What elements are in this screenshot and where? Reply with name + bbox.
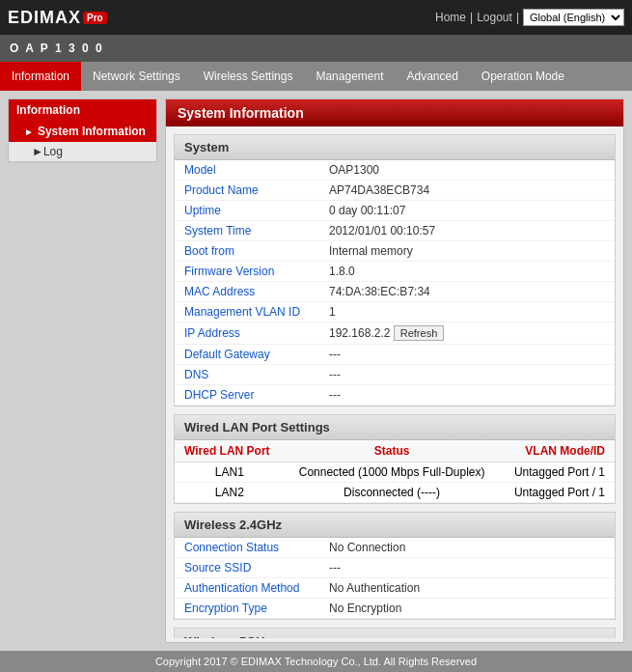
sidebar-item-log[interactable]: ► Log — [9, 142, 156, 161]
table-row: Authentication Method No Authentication — [175, 578, 615, 599]
table-row: Source SSID --- — [175, 558, 615, 578]
wireless-24-title: Wireless 2.4GHz — [184, 518, 282, 532]
lan2-port: LAN2 — [175, 483, 285, 503]
logo-pro-badge: Pro — [83, 12, 107, 24]
field-label-dns: DNS — [175, 365, 319, 385]
field-value-ip: 192.168.2.2 Refresh — [319, 322, 615, 345]
table-row: IP Address 192.168.2.2 Refresh — [175, 322, 615, 345]
content-area: System Information System Model OAP1300 … — [165, 98, 624, 643]
col-header-vlan: VLAN Mode/ID — [500, 440, 615, 462]
language-select[interactable]: Global (English) Chinese Japanese German… — [523, 9, 624, 26]
sidebar: Information ► System Information ► Log — [8, 98, 157, 643]
nav-item-management[interactable]: Management — [304, 62, 395, 91]
field-value-conn-status-24: No Connection — [319, 538, 615, 558]
table-row: LAN2 Disconnected (----) Untagged Port /… — [175, 483, 615, 503]
table-row: Management VLAN ID 1 — [175, 302, 615, 322]
footer: Copyright 2017 © EDIMAX Technology Co., … — [0, 651, 632, 672]
table-row: LAN1 Connected (1000 Mbps Full-Duplex) U… — [175, 462, 615, 483]
field-label-enc-type: Encryption Type — [175, 599, 319, 619]
nav-item-network-settings[interactable]: Network Settings — [81, 62, 192, 91]
table-row: Default Gateway --- — [175, 345, 615, 365]
nav-item-information[interactable]: Information — [0, 62, 81, 91]
field-label-product-name: Product Name — [175, 181, 319, 201]
table-row: Uptime 0 day 00:11:07 — [175, 201, 615, 221]
system-section-title: System — [184, 140, 229, 154]
field-label-mac: MAC Address — [175, 282, 319, 302]
table-header-row: Wired LAN Port Status VLAN Mode/ID — [175, 440, 615, 462]
field-value-product-name: AP74DA38ECB734 — [319, 181, 615, 201]
wireless-5-section: Wireless 5GHz ▼ Connection Status No Con… — [174, 628, 616, 638]
table-row: Encryption Type No Encryption — [175, 599, 615, 619]
field-label-source-ssid: Source SSID — [175, 558, 319, 578]
table-row: Firmware Version 1.8.0 — [175, 262, 615, 282]
table-row: System Time 2012/01/01 00:10:57 — [175, 221, 615, 241]
lan2-vlan: Untagged Port / 1 — [500, 483, 615, 503]
field-value-mac: 74:DA:38:EC:B7:34 — [319, 282, 615, 302]
arrow-icon-log: ► — [32, 145, 43, 158]
field-value-firmware: 1.8.0 — [319, 262, 615, 282]
sidebar-item-system-information[interactable]: ► System Information — [9, 121, 156, 142]
wireless-5-title: Wireless 5GHz — [184, 634, 271, 639]
field-label-auth-method: Authentication Method — [175, 578, 319, 599]
wired-lan-title: Wired LAN Port Settings — [184, 420, 330, 434]
wireless-24-section: Wireless 2.4GHz Connection Status No Con… — [174, 512, 616, 620]
wired-lan-section: Wired LAN Port Settings Wired LAN Port S… — [174, 414, 616, 504]
nav-item-operation-mode[interactable]: Operation Mode — [470, 62, 576, 91]
arrow-icon: ► — [24, 126, 34, 137]
logo: EDIMAX Pro — [8, 8, 107, 28]
field-label-vlan-id: Management VLAN ID — [175, 302, 319, 322]
top-links: Home | Logout | Global (English) Chinese… — [435, 9, 624, 26]
refresh-button[interactable]: Refresh — [394, 325, 445, 341]
lan1-port: LAN1 — [175, 462, 285, 483]
field-label-firmware: Firmware Version — [175, 262, 319, 282]
field-value-vlan-id: 1 — [319, 302, 615, 322]
footer-text: Copyright 2017 © EDIMAX Technology Co., … — [155, 656, 477, 667]
field-value-boot-from: Internal memory — [319, 241, 615, 262]
field-value-uptime: 0 day 00:11:07 — [319, 201, 615, 221]
field-value-dhcp: --- — [319, 385, 615, 406]
wireless-24-table: Connection Status No Connection Source S… — [175, 538, 615, 619]
home-link[interactable]: Home — [435, 11, 466, 24]
lan1-status: Connected (1000 Mbps Full-Duplex) — [285, 462, 500, 483]
field-label-gateway: Default Gateway — [175, 345, 319, 365]
device-id: O A P 1 3 0 0 — [10, 42, 104, 55]
field-value-source-ssid: --- — [319, 558, 615, 578]
col-header-port: Wired LAN Port — [175, 440, 285, 462]
table-row: Product Name AP74DA38ECB734 — [175, 181, 615, 201]
wired-lan-table: Wired LAN Port Status VLAN Mode/ID LAN1 … — [175, 440, 615, 503]
field-label-ip: IP Address — [175, 322, 319, 345]
logo-text: EDIMAX — [8, 8, 81, 28]
field-value-gateway: --- — [319, 345, 615, 365]
field-label-system-time: System Time — [175, 221, 319, 241]
field-label-uptime: Uptime — [175, 201, 319, 221]
field-label-boot-from: Boot from — [175, 241, 319, 262]
field-value-dns: --- — [319, 365, 615, 385]
system-info-table: Model OAP1300 Product Name AP74DA38ECB73… — [175, 160, 615, 406]
field-label-dhcp: DHCP Server — [175, 385, 319, 406]
sidebar-header: Information — [9, 99, 156, 121]
content-header: System Information — [166, 99, 623, 126]
col-header-status: Status — [285, 440, 500, 462]
field-value-model: OAP1300 — [319, 160, 615, 181]
table-row: MAC Address 74:DA:38:EC:B7:34 — [175, 282, 615, 302]
table-row: Model OAP1300 — [175, 160, 615, 181]
nav-item-advanced[interactable]: Advanced — [395, 62, 469, 91]
field-label-conn-status-24: Connection Status — [175, 538, 319, 558]
lan1-vlan: Untagged Port / 1 — [500, 462, 615, 483]
expand-icon-5ghz[interactable]: ▼ — [591, 633, 605, 638]
table-row: Boot from Internal memory — [175, 241, 615, 262]
table-row: Connection Status No Connection — [175, 538, 615, 558]
field-value-enc-type: No Encryption — [319, 599, 615, 619]
table-row: DNS --- — [175, 365, 615, 385]
field-label-model: Model — [175, 160, 319, 181]
system-section: System Model OAP1300 Product Name AP74DA… — [174, 134, 616, 406]
table-row: DHCP Server --- — [175, 385, 615, 406]
lan2-status: Disconnected (----) — [285, 483, 500, 503]
nav-item-wireless-settings[interactable]: Wireless Settings — [192, 62, 305, 91]
field-value-system-time: 2012/01/01 00:10:57 — [319, 221, 615, 241]
logout-link[interactable]: Logout — [477, 11, 512, 24]
nav-bar: Information Network Settings Wireless Se… — [0, 62, 632, 91]
field-value-auth-method: No Authentication — [319, 578, 615, 599]
